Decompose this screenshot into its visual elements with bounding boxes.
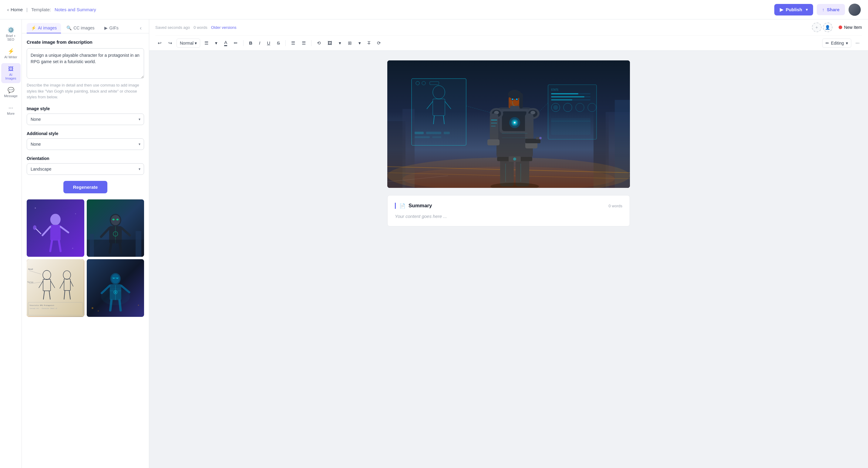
tab-cc-images[interactable]: 🔍 CC images — [62, 23, 99, 33]
tab-ai-images-label: AI images — [38, 26, 57, 30]
insert-table-chevron[interactable]: ▾ — [356, 38, 363, 48]
svg-text:Torso: Torso — [27, 281, 33, 284]
publish-label: Publish — [786, 7, 802, 12]
collaborator-avatar-2: 👤 — [823, 23, 833, 32]
create-image-title: Create image from description — [27, 39, 144, 45]
sidebar-label-message: Message — [4, 94, 18, 98]
insert-image-chevron[interactable]: ▾ — [336, 38, 344, 48]
style-chevron-icon: ▾ — [195, 41, 197, 46]
more-options-button[interactable]: ··· — [853, 38, 862, 48]
tab-gifs[interactable]: ▶ GIFs — [100, 23, 123, 33]
bold-button[interactable]: B — [247, 38, 255, 47]
undo-button[interactable]: ↩ — [155, 38, 164, 48]
bullet-list-button[interactable]: ☰ — [289, 38, 298, 48]
older-versions-link[interactable]: Older versions — [211, 25, 237, 30]
svg-point-49 — [111, 274, 120, 283]
insert-table-button[interactable]: ⊞ — [345, 38, 354, 48]
toolbar-divider-3 — [311, 40, 311, 46]
breadcrumb-separator: | — [26, 7, 28, 12]
svg-point-11 — [72, 248, 73, 249]
redo-format-button[interactable]: ⟳ — [375, 38, 383, 48]
additional-style-select-wrapper: None Dark Bright Moody ▾ — [27, 138, 144, 150]
editor-inner: STATS — [387, 60, 630, 226]
new-item-button[interactable]: New Item — [839, 25, 862, 30]
message-icon: 💬 — [8, 87, 14, 93]
main-content-image[interactable]: STATS — [387, 60, 630, 188]
numbered-list-button[interactable]: ☰ — [299, 38, 308, 48]
svg-rect-25 — [90, 234, 94, 257]
summary-title-text: Summary — [408, 203, 606, 209]
left-sidebar: ⚙️ Brief + SEO ⚡ AI Writer 🖼 AI Images 💬… — [0, 20, 22, 468]
collapse-panel-button[interactable]: ‹ — [137, 24, 144, 32]
svg-rect-144 — [519, 93, 523, 108]
italic-button[interactable]: I — [256, 38, 262, 47]
sidebar-item-more[interactable]: ··· More — [1, 102, 21, 118]
image-description-input[interactable]: Design a unique playable character for a… — [27, 48, 144, 79]
image-thumb-2[interactable] — [87, 199, 144, 257]
publish-button[interactable]: ▶ Publish ▾ — [774, 4, 813, 16]
align-chevron-button[interactable]: ▾ — [213, 38, 220, 48]
image-style-select[interactable]: None Photorealistic Cartoon Anime — [27, 114, 144, 125]
redo-button[interactable]: ↪ — [166, 38, 175, 48]
tab-ai-images[interactable]: ⚡ AI images — [27, 23, 61, 33]
svg-rect-97 — [551, 93, 578, 94]
sidebar-label-more: More — [7, 112, 14, 115]
avatar-person-icon: 👤 — [825, 25, 830, 30]
additional-style-select[interactable]: None Dark Bright Moody — [27, 138, 144, 150]
highlight-button[interactable]: ✏ — [231, 38, 240, 48]
ai-images-panel: ⚡ AI images 🔍 CC images ▶ GIFs ‹ Create … — [22, 20, 149, 468]
home-link[interactable]: ‹ Home — [7, 7, 23, 12]
new-item-label: New Item — [844, 25, 862, 30]
highlight-icon: ✏ — [234, 40, 238, 46]
panel-content: Create image from description Design a u… — [22, 33, 149, 468]
tab-ai-images-icon: ⚡ — [31, 26, 36, 30]
top-navigation: ‹ Home | Template: Notes and Summary ▶ P… — [0, 0, 868, 20]
panel-tabs: ⚡ AI images 🔍 CC images ▶ GIFs ‹ — [22, 20, 149, 33]
format-clear-button[interactable]: T̶ — [365, 38, 373, 48]
image-thumb-1[interactable] — [27, 199, 84, 257]
text-style-label: Normal — [180, 41, 193, 46]
svg-point-1 — [50, 214, 61, 225]
sidebar-label-ai-images: AI Images — [4, 73, 18, 80]
text-style-select[interactable]: Normal ▾ — [177, 38, 200, 48]
svg-rect-2 — [50, 225, 61, 240]
strikethrough-button[interactable]: S — [275, 38, 282, 47]
avatar-plus-icon: + — [815, 25, 818, 30]
hint-text: Describe the image in detail and then us… — [27, 82, 144, 100]
main-layout: ⚙️ Brief + SEO ⚡ AI Writer 🖼 AI Images 💬… — [0, 20, 868, 468]
text-color-icon: A — [224, 40, 227, 46]
text-color-button[interactable]: A — [222, 38, 229, 48]
undo-format-button[interactable]: ⟲ — [314, 38, 323, 48]
orientation-select[interactable]: Landscape Portrait Square — [27, 163, 144, 175]
sidebar-item-brief-seo[interactable]: ⚙️ Brief + SEO — [1, 24, 21, 44]
svg-point-8 — [33, 225, 36, 230]
saved-status: Saved seconds ago — [155, 25, 190, 30]
regenerate-button[interactable]: Regenerate — [63, 181, 108, 193]
svg-point-16 — [116, 218, 119, 220]
editing-mode-select[interactable]: ✏ Editing ▾ — [822, 38, 851, 48]
sidebar-label-brief-seo: Brief + SEO — [4, 34, 18, 41]
svg-text:STATS: STATS — [551, 89, 558, 91]
image-thumb-4[interactable] — [87, 259, 144, 317]
sidebar-item-message[interactable]: 💬 Message — [1, 84, 21, 101]
sidebar-item-ai-images[interactable]: 🖼 AI Images — [1, 63, 21, 83]
align-button[interactable]: ☰ — [202, 38, 211, 48]
svg-point-150 — [516, 99, 518, 100]
word-count: 0 words — [193, 25, 208, 30]
sidebar-item-ai-writer[interactable]: ⚡ AI Writer — [1, 46, 21, 62]
svg-point-10 — [75, 213, 76, 214]
summary-placeholder-text[interactable]: Your content goes here ... — [395, 214, 622, 219]
underline-button[interactable]: U — [265, 38, 273, 47]
template-name-link[interactable]: Notes and Summary — [55, 7, 96, 12]
image-thumb-3[interactable]: Head Torso Futuristic RPG Protagonist Co… — [27, 259, 84, 317]
orientation-label: Orientation — [27, 156, 144, 161]
orientation-select-wrapper: Landscape Portrait Square ▾ — [27, 163, 144, 175]
svg-text:Concept Art - Character Sheet : Concept Art - Character Sheet v2 — [29, 308, 57, 309]
svg-point-15 — [112, 218, 115, 220]
ai-image-scene: STATS — [387, 60, 630, 188]
chevron-left-icon: ‹ — [7, 7, 9, 12]
svg-rect-151 — [510, 106, 519, 110]
insert-image-button[interactable]: 🖼 — [325, 38, 335, 47]
user-avatar[interactable] — [848, 4, 861, 16]
share-button[interactable]: ↑ Share — [817, 4, 845, 15]
